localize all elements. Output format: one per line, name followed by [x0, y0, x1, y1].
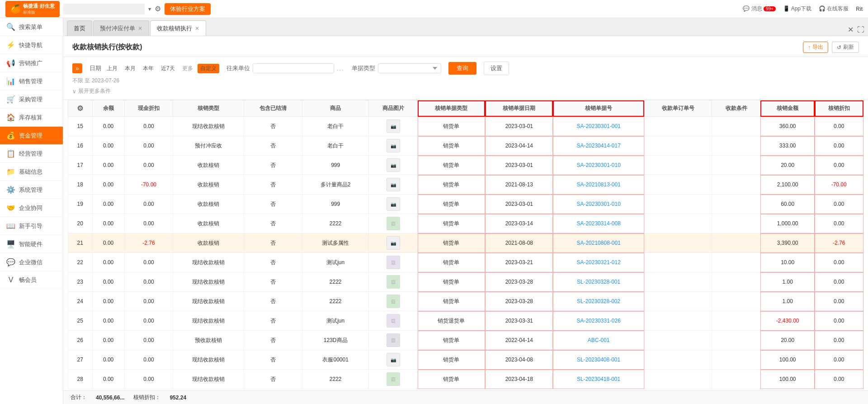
table-row: 270.000.00现结收款核销否衣服00001📷销货单2023-04-08SL… — [68, 350, 863, 370]
query-button[interactable]: 查询 — [448, 62, 476, 75]
product-image: 🖼 — [387, 217, 400, 230]
sidebar-item-库存核算[interactable]: 🏠库存核算 — [0, 109, 63, 127]
tab-close-icon[interactable]: ✕ — [848, 25, 854, 34]
date-btn-more[interactable]: 更多 — [179, 64, 196, 73]
table-cell-1: 0.00 — [92, 370, 124, 389]
product-image: 📷 — [387, 158, 400, 172]
sidebar-icon: ⚡ — [6, 41, 15, 49]
table-cell-7: 销货单 — [418, 175, 486, 195]
table-cell-11 — [712, 272, 761, 292]
col-header-3: 核销类型 — [173, 100, 244, 117]
tab-close-verify[interactable]: ✕ — [195, 25, 199, 32]
table-row: 160.000.00预付冲应收否老白干📷销货单2023-04-14SA-2023… — [68, 136, 863, 156]
table-cell-8: 2023-03-01 — [485, 117, 553, 136]
table-footer: 合计： 40,556,66... 核销折扣： 952.24 — [63, 390, 868, 404]
col-header-13: 核销折扣 — [815, 100, 863, 117]
table-cell-9[interactable]: SL-20230408-001 — [553, 350, 644, 370]
table-cell-9[interactable]: SL-20230328-001 — [553, 272, 644, 292]
table-cell-10 — [644, 156, 712, 175]
date-btn-7[interactable]: 近7天 — [158, 64, 178, 73]
product-image: 📷 — [387, 119, 400, 133]
col-header-6: 商品图片 — [369, 100, 418, 117]
tab-prepay[interactable]: 预付冲应付单 ✕ — [93, 20, 149, 36]
tab-home[interactable]: 首页 — [67, 20, 92, 36]
table-cell-11 — [712, 175, 761, 195]
sidebar-item-搜索菜单[interactable]: 🔍搜索菜单 — [0, 18, 63, 36]
table-cell-13: 0.00 — [815, 292, 863, 311]
col-settings-icon[interactable]: ⚙ — [77, 105, 83, 112]
tab-close-prepay[interactable]: ✕ — [138, 25, 142, 32]
table-cell-9[interactable]: SA-20230314-008 — [553, 214, 644, 233]
table-cell-13: 0.00 — [815, 331, 863, 350]
gear-icon[interactable]: ⚙ — [155, 5, 161, 13]
footer-discount-amount: 952.24 — [170, 394, 186, 401]
table-cell-6: 🖼 — [369, 292, 418, 311]
sidebar-item-系统管理[interactable]: ⚙️系统管理 — [0, 181, 63, 199]
sidebar-label: 智能硬件 — [19, 240, 42, 248]
filter-area: » 日期 上月 本月 本年 近7天 更多 自定义 往来单位 ... — [63, 57, 868, 100]
industry-btn[interactable]: 体验行业方案 — [165, 3, 211, 15]
date-btn-year[interactable]: 本年 — [140, 64, 156, 73]
table-cell-0: 21 — [68, 233, 93, 253]
sidebar-item-销售管理[interactable]: 📊销售管理 — [0, 72, 63, 90]
sidebar-item-采购管理[interactable]: 🛒采购管理 — [0, 90, 63, 109]
table-cell-6: 📷 — [369, 136, 418, 156]
sidebar-item-基础信息[interactable]: 📁基础信息 — [0, 163, 63, 181]
table-cell-9[interactable]: SA-20230321-012 — [553, 253, 644, 272]
sidebar-item-智能硬件[interactable]: 🖥️智能硬件 — [0, 235, 63, 253]
sidebar-label: 企业协同 — [19, 204, 42, 212]
expand-more-btn[interactable]: ∨ 展开更多条件 — [72, 87, 859, 95]
tab-maximize-icon[interactable]: ⛶ — [857, 26, 864, 34]
online-service[interactable]: 🎧 在线客服 — [819, 5, 849, 13]
table-cell-11 — [712, 331, 761, 350]
product-image: 📷 — [387, 236, 400, 250]
app-download[interactable]: 📱 App下载 — [783, 5, 811, 13]
table-row: 280.000.00现结收款核销否2222🖼销货单2023-04-18SL-20… — [68, 370, 863, 389]
export-button[interactable]: ↑ 导出 — [803, 42, 828, 53]
user-name[interactable]: Rit — [856, 6, 863, 12]
table-cell-9[interactable]: SA-20210808-001 — [553, 233, 644, 253]
message-icon[interactable]: 💬 消息 99+ — [743, 5, 776, 13]
table-cell-12: 2,100.00 — [760, 175, 814, 195]
table-cell-3: 预付冲应收 — [173, 136, 244, 156]
table-row: 170.000.00收款核销否999📷销货单2023-03-01SA-20230… — [68, 156, 863, 175]
dropdown-trigger[interactable]: ▾ — [148, 6, 151, 12]
table-cell-4: 否 — [244, 233, 302, 253]
refresh-button[interactable]: ↺ 刷新 — [832, 42, 859, 53]
table-cell-9[interactable]: SA-20230301-010 — [553, 195, 644, 214]
tab-verify[interactable]: 收款核销执行 ✕ — [150, 20, 206, 36]
date-btn-cur[interactable]: 本月 — [122, 64, 138, 73]
table-cell-11 — [712, 350, 761, 370]
bill-type-select[interactable] — [378, 63, 441, 73]
sidebar-item-企业协同[interactable]: 🤝企业协同 — [0, 199, 63, 217]
sidebar-item-新手引导[interactable]: 📖新手引导 — [0, 217, 63, 235]
party-input[interactable] — [253, 63, 334, 73]
sidebar-label: 搜索菜单 — [19, 23, 42, 31]
date-btn-up[interactable]: 上月 — [104, 64, 120, 73]
table-cell-8: 2023-03-01 — [485, 195, 553, 214]
expand-toggle-btn[interactable]: » — [72, 63, 82, 73]
date-btn-custom[interactable]: 自定义 — [198, 64, 219, 73]
sidebar-item-资金管理[interactable]: 💰资金管理 — [0, 127, 63, 145]
sidebar-item-营销推广[interactable]: 📢营销推广 — [0, 54, 63, 72]
table-cell-7: 销货单 — [418, 292, 486, 311]
table-cell-9[interactable]: SA-20230331-026 — [553, 311, 644, 331]
table-cell-9[interactable]: SL-20230328-002 — [553, 292, 644, 311]
export-icon: ↑ — [808, 44, 811, 51]
table-cell-9[interactable]: SA-20210813-001 — [553, 175, 644, 195]
table-cell-9[interactable]: SA-20230301-001 — [553, 117, 644, 136]
table-cell-9[interactable]: ABC-001 — [553, 331, 644, 350]
col-header-7: 核销单据类型 — [418, 100, 486, 117]
table-cell-10 — [644, 370, 712, 389]
table-cell-9[interactable]: SA-20230301-010 — [553, 156, 644, 175]
table-cell-9[interactable]: SA-20230414-017 — [553, 136, 644, 156]
sidebar-item-畅会员[interactable]: V畅会员 — [0, 271, 63, 289]
sidebar-item-经营管理[interactable]: 📋经营管理 — [0, 145, 63, 163]
settings-button[interactable]: 设置 — [484, 62, 509, 75]
main-content: 首页 预付冲应付单 ✕ 收款核销执行 ✕ ✕ ⛶ 收款核销执行(按收款) ↑ 导… — [63, 18, 868, 404]
sidebar-item-快捷导航[interactable]: ⚡快捷导航 — [0, 36, 63, 54]
table-cell-7: 销货单 — [418, 233, 486, 253]
table-cell-9[interactable]: SL-20230418-001 — [553, 370, 644, 389]
table-cell-5: 123D商品 — [302, 331, 369, 350]
sidebar-item-企业微信[interactable]: 💬企业微信 — [0, 253, 63, 271]
